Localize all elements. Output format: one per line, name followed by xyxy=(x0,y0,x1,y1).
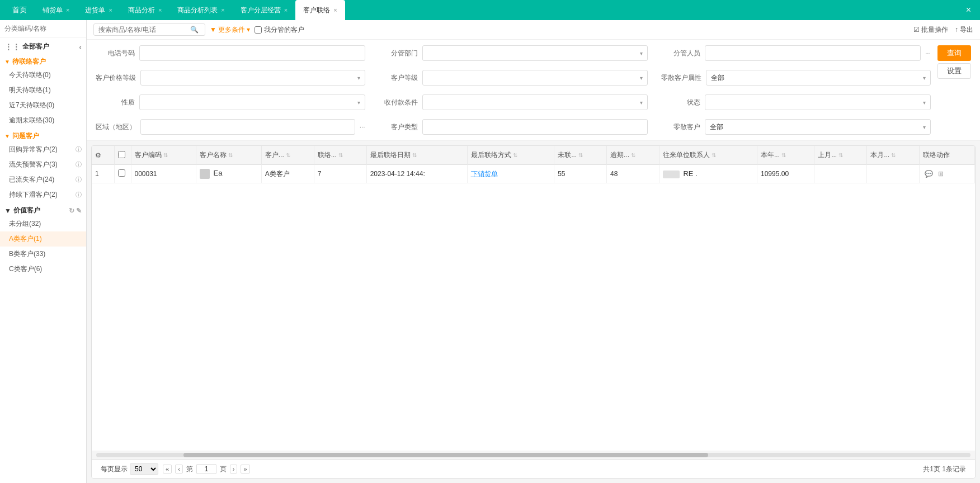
price-level-select[interactable]: ▾ xyxy=(140,70,365,86)
select-all-checkbox[interactable] xyxy=(118,151,125,158)
horizontal-scrollbar[interactable] xyxy=(96,453,970,457)
nav-analysis-list[interactable]: 商品分析列表 × xyxy=(169,0,232,20)
query-button[interactable]: 查询 xyxy=(937,45,971,61)
person-input[interactable] xyxy=(705,45,921,61)
person-more-btn[interactable]: ··· xyxy=(925,49,931,57)
page-number-input[interactable] xyxy=(196,464,216,474)
sort-icon-uncontacted: ⇅ xyxy=(578,152,583,158)
setting-button[interactable]: 设置 xyxy=(937,63,971,79)
nav-purchase-close[interactable]: × xyxy=(109,7,112,13)
main-layout: 🔍 ⋮⋮ 全部客户 ‹ ▼ 待联络客户 今天待联络(0) 明天待联络(1) 近7… xyxy=(0,20,980,483)
settings-gear-icon[interactable]: ⚙ xyxy=(95,151,101,159)
phone-input[interactable] xyxy=(139,45,365,61)
dept-select-arrow: ▾ xyxy=(640,50,643,56)
sidebar-item-class-c[interactable]: C类客户(6) xyxy=(0,262,86,277)
nav-customer-tier-close[interactable]: × xyxy=(284,7,288,13)
next-page-btn[interactable]: › xyxy=(230,465,238,473)
nav-customer-contact[interactable]: 客户联络 × xyxy=(295,0,345,20)
sidebar-collapse-btn[interactable]: ‹ xyxy=(79,42,82,51)
filter-customer-level: 客户等级 ▾ xyxy=(379,70,648,86)
nav-customer-contact-close[interactable]: × xyxy=(333,7,337,13)
sidebar-item-churn-warning[interactable]: 流失预警客户(3) ⓘ xyxy=(0,157,86,172)
last-contact-link[interactable]: 下销货单 xyxy=(471,170,498,178)
sort-icon-overdue: ⇅ xyxy=(631,152,635,158)
my-customers-checkbox[interactable] xyxy=(255,26,262,34)
sort-icon-contacts: ⇅ xyxy=(338,152,343,158)
info-icon-churn-warning: ⓘ xyxy=(76,160,82,169)
search-icon[interactable]: 🔍 xyxy=(190,26,199,34)
sidebar-item-repurchase-abnormal[interactable]: 回购异常客户(2) ⓘ xyxy=(0,142,86,157)
th-customer-name: 客户名称⇅ xyxy=(196,146,262,165)
table-wrapper[interactable]: ⚙ 客户编码⇅ 客户名称⇅ 客 xyxy=(92,146,975,451)
filter-retail-customer: 零散客户 全部 ▾ xyxy=(661,119,931,135)
table-row: 1 000031 Ea A类客户 7 2023-04-12 14:4 xyxy=(92,165,975,183)
th-year-amount: 本年...⇅ xyxy=(757,146,814,165)
close-all-button[interactable]: × xyxy=(962,5,976,15)
edit-icon[interactable]: ✎ xyxy=(76,207,82,215)
nav-purchase[interactable]: 进货单 × xyxy=(77,0,120,20)
per-page-select[interactable]: 50 100 200 xyxy=(130,463,158,475)
sidebar-item-today[interactable]: 今天待联络(0) xyxy=(0,68,86,83)
th-last-month: 上月...⇅ xyxy=(814,146,867,165)
retail-customer-select[interactable]: 全部 ▾ xyxy=(705,119,931,135)
td-index: 1 xyxy=(92,165,114,183)
sort-icon-year: ⇅ xyxy=(781,152,786,158)
grid-icon[interactable]: ⊞ xyxy=(938,170,944,178)
nav-analysis-close[interactable]: × xyxy=(158,7,162,13)
price-level-arrow: ▾ xyxy=(357,75,360,81)
dept-select[interactable]: ▾ xyxy=(422,45,648,61)
nav-sales[interactable]: 销货单 × xyxy=(35,0,77,20)
region-input[interactable] xyxy=(140,119,355,135)
th-uncontacted: 未联...⇅ xyxy=(554,146,607,165)
my-customers-checkbox-label[interactable]: 我分管的客户 xyxy=(255,25,304,35)
nav-sales-close[interactable]: × xyxy=(66,7,69,13)
sidebar-all-customers: ⋮⋮ 全部客户 ‹ xyxy=(0,37,86,54)
sidebar-item-7days[interactable]: 近7天待联络(0) xyxy=(0,98,86,113)
sidebar-item-ungrouped[interactable]: 未分组(32) xyxy=(0,216,86,231)
customer-level-select[interactable]: ▾ xyxy=(422,70,648,86)
chevron-down-icon: ▾ xyxy=(247,26,250,34)
row-checkbox[interactable] xyxy=(118,169,125,177)
nature-select[interactable]: ▾ xyxy=(139,94,365,110)
td-last-contact-date: 2023-04-12 14:44: xyxy=(366,165,467,183)
nav-customer-tier[interactable]: 客户分层经营 × xyxy=(233,0,295,20)
th-customer-type: 客户...⇅ xyxy=(261,146,314,165)
th-customer-code: 客户编码⇅ xyxy=(131,146,196,165)
filter-customer-type: 客户类型 xyxy=(379,119,648,135)
sidebar-search-input[interactable] xyxy=(4,25,87,32)
sidebar-item-tomorrow[interactable]: 明天待联络(1) xyxy=(0,83,86,98)
section-value-customers: ▼ 价值客户 ↻ ✎ xyxy=(0,202,86,216)
region-more-btn[interactable]: ··· xyxy=(360,123,365,131)
chat-icon[interactable]: 💬 xyxy=(925,170,933,178)
sidebar-item-declining[interactable]: 持续下滑客户(2) ⓘ xyxy=(0,187,86,202)
status-select[interactable]: ▾ xyxy=(705,94,931,110)
refresh-icon[interactable]: ↻ xyxy=(69,207,74,215)
td-last-month xyxy=(814,165,867,183)
retail-attr-select[interactable]: 全部 ▾ xyxy=(706,70,931,86)
first-page-btn[interactable]: « xyxy=(163,465,172,473)
batch-op-button[interactable]: ☑ 批量操作 xyxy=(913,25,948,35)
sidebar-item-overdue[interactable]: 逾期未联络(30) xyxy=(0,113,86,128)
prev-page-btn[interactable]: ‹ xyxy=(175,465,183,473)
filter-region: 区域（地区） ··· xyxy=(96,119,365,135)
nav-analysis[interactable]: 商品分析 × xyxy=(120,0,169,20)
action-area: 查询 设置 xyxy=(937,45,971,79)
sidebar-item-class-a[interactable]: A类客户(1) xyxy=(0,231,86,247)
filter-row-3: 性质 ▾ 收付款条件 ▾ xyxy=(96,94,931,110)
nav-home[interactable]: 首页 xyxy=(4,0,35,20)
sort-icon-date: ⇅ xyxy=(412,152,417,158)
filter-row-1: 电话号码 分管部门 ▾ 分管人员 xyxy=(96,45,931,61)
customer-type-input[interactable] xyxy=(422,119,648,135)
sidebar-item-class-b[interactable]: B类客户(33) xyxy=(0,247,86,262)
last-page-btn[interactable]: » xyxy=(241,465,249,473)
nav-analysis-list-close[interactable]: × xyxy=(221,7,224,13)
td-actions: 💬 ⊞ xyxy=(920,165,975,183)
customer-avatar xyxy=(200,169,210,179)
filter-payment: 收付款条件 ▾ xyxy=(379,94,648,110)
sidebar-item-churned[interactable]: 已流失客户(24) ⓘ xyxy=(0,172,86,187)
filter-bar: 🔍 ▼ 更多条件 ▾ 我分管的客户 ☑ 批量操作 ↑ 导出 xyxy=(87,20,980,40)
export-button[interactable]: ↑ 导出 xyxy=(955,25,973,35)
search-input[interactable] xyxy=(98,26,188,34)
payment-select[interactable]: ▾ xyxy=(422,94,648,110)
more-filters-btn[interactable]: ▼ 更多条件 ▾ xyxy=(210,25,250,35)
